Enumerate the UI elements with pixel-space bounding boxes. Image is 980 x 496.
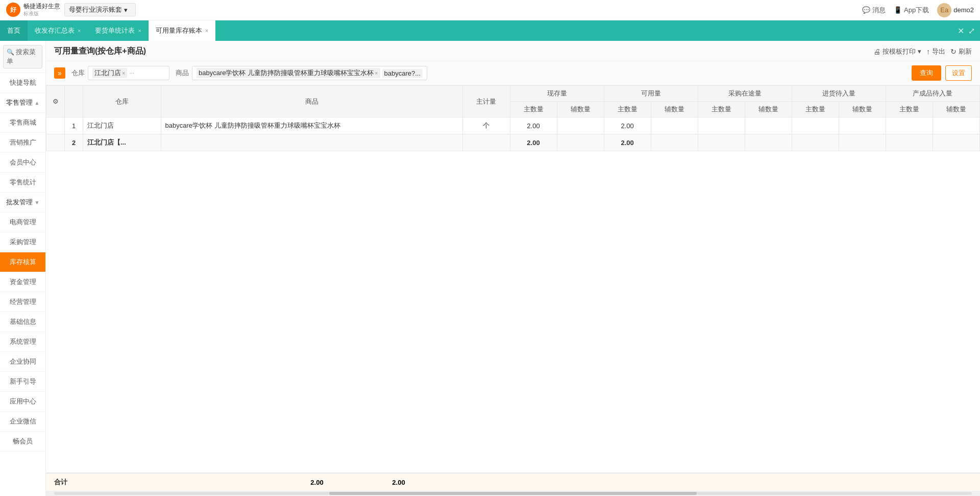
row1-production-main [886,117,933,134]
row2-available-aux [651,134,698,151]
app-download-button[interactable]: 📱 App下载 [894,6,929,15]
warehouse-filter-input[interactable]: 江北门店 × ··· [88,66,169,80]
sidebar-item-marketing[interactable]: 营销推广 [0,133,45,153]
sidebar-item-newbie[interactable]: 新手引导 [0,372,45,392]
print-button[interactable]: 🖨 按模板打印 ▾ [873,47,921,56]
row1-purchase-main [698,117,745,134]
sidebar-item-member[interactable]: 会员中心 [0,153,45,173]
warehouse-tag-value: 江北门店 [94,68,121,78]
warehouse-more-btn[interactable]: ··· [129,69,134,77]
top-bar: 好 畅捷通好生意 标准版 母婴行业演示账套 ▾ 💬 消息 📱 App下载 Ea … [0,0,980,20]
footer-values: 2.00 2.00 [133,479,972,486]
row1-current-main: 2.00 [510,117,557,134]
sidebar-search-area: 🔍 搜索菜单 [0,41,45,73]
tab-order-stats-label: 要货单统计表 [95,26,135,35]
refresh-button[interactable]: ↻ 刷新 [950,47,972,56]
th-current-aux: 辅数量 [557,102,604,117]
row2-available-main: 2.00 [604,134,651,151]
filter-expand-button[interactable]: » [54,67,65,79]
tab-available-inventory-close[interactable]: × [205,28,208,34]
row1-unit: 个 [463,117,510,134]
sidebar-item-enterprise[interactable]: 企业协同 [0,352,45,372]
sidebar-item-app-center[interactable]: 应用中心 [0,392,45,412]
sidebar-item-wechat[interactable]: 企业微信 [0,412,45,432]
tab-home[interactable]: 首页 [0,20,28,41]
print-dropdown-icon: ▾ [918,48,921,55]
logo-text-block: 畅捷通好生意 标准版 [23,3,60,17]
print-icon: 🖨 [873,48,880,56]
table-header-group-row: ⚙ 仓库 商品 主计量 现存量 [46,86,980,102]
sidebar-item-operations[interactable]: 经营管理 [0,292,45,312]
footer-available-main: 2.00 [378,479,419,486]
row1-product: babycare学饮杯 儿童防摔防撞吸管杯重力球吸嘴杯宝宝水杯 [161,117,463,134]
footer-label: 合计 [54,478,133,487]
scroll-thumb[interactable] [329,492,696,495]
sidebar-item-finance[interactable]: 资金管理 [0,272,45,292]
store-selector[interactable]: 母婴行业演示账套 ▾ [64,3,136,16]
th-inbound-main: 主数量 [792,102,839,117]
logo-sub: 标准版 [23,10,60,17]
tab-home-label: 首页 [7,26,20,35]
sidebar-item-purchase[interactable]: 采购管理 [0,232,45,252]
tab-receipt-summary-close[interactable]: × [78,28,81,34]
sidebar-item-purchase-label: 采购管理 [10,238,36,246]
product-tag-2-value: babycare?... [384,69,421,77]
sidebar-item-retail-mgmt-label: 零售管理 [6,98,33,107]
store-name: 母婴行业演示账套 [69,5,122,14]
user-profile[interactable]: Ea demo2 [937,3,974,17]
tab-receipt-summary[interactable]: 收发存汇总表 × [28,20,88,41]
query-button[interactable]: 查询 [912,65,941,81]
warehouse-filter-label: 仓库 [71,68,85,78]
sidebar-item-ecommerce-label: 电商管理 [10,218,36,226]
sidebar-search-button[interactable]: 🔍 搜索菜单 [3,45,42,68]
row2-product [161,134,463,151]
tab-order-stats[interactable]: 要货单统计表 × [88,20,148,41]
warehouse-tag-delete[interactable]: × [122,70,125,76]
wholesale-mgmt-arrow: ▼ [35,200,40,205]
sidebar-item-ecommerce[interactable]: 电商管理 [0,212,45,232]
sidebar-item-system[interactable]: 系统管理 [0,332,45,352]
tab-receipt-summary-label: 收发存汇总表 [35,26,75,35]
tab-order-stats-close[interactable]: × [138,28,141,34]
th-available: 可用量 [604,86,698,102]
nav-close-btn[interactable]: ✕ [958,26,964,36]
row2-production-main [886,134,933,151]
main-layout: 🔍 搜索菜单 快捷导航 零售管理 ▲ 零售商城 营销推广 会员中心 零售统计 批… [0,41,980,496]
warehouse-filter-group: 仓库 江北门店 × ··· [71,66,169,80]
retail-mgmt-arrow: ▲ [35,100,40,106]
refresh-label: 刷新 [959,47,972,56]
page-container: 可用量查询(按仓库+商品) 🖨 按模板打印 ▾ ↑ 导出 ↻ 刷新 [46,41,980,496]
sidebar-item-member2[interactable]: 畅会员 [0,432,45,452]
row1-current-aux [557,117,604,134]
product-tag-1-delete[interactable]: × [375,70,378,76]
row1-checkbox [46,117,65,134]
sidebar-item-inventory[interactable]: 库存核算 [0,252,45,272]
sidebar-item-app-center-label: 应用中心 [10,397,36,405]
sidebar-item-operations-label: 经营管理 [10,298,36,305]
th-inbound-pending: 进货待入量 [792,86,886,102]
export-button[interactable]: ↑ 导出 [926,47,945,56]
sidebar-item-quick-nav[interactable]: 快捷导航 [0,73,45,93]
row1-available-main: 2.00 [604,117,651,134]
row2-no: 2 [65,134,83,151]
sidebar-item-retail-mall[interactable]: 零售商城 [0,113,45,133]
app-icon: 📱 [894,6,902,14]
nav-actions: ✕ ⤢ [958,26,980,36]
row2-production-aux [933,134,979,151]
sidebar-item-retail-mgmt[interactable]: 零售管理 ▲ [0,93,45,113]
table-footer: 合计 2.00 2.00 [46,473,980,491]
horizontal-scrollbar[interactable] [46,491,980,496]
sidebar-item-retail-stats[interactable]: 零售统计 [0,173,45,193]
sidebar-item-basic-info[interactable]: 基础信息 [0,312,45,332]
row1-inbound-aux [839,117,886,134]
sidebar-item-wholesale-mgmt[interactable]: 批发管理 ▼ [0,193,45,212]
message-button[interactable]: 💬 消息 [862,6,886,15]
row1-available-aux [651,117,698,134]
product-filter-input[interactable]: babycare学饮杯 儿童防摔防撞吸管杯重力球吸嘴杯宝宝水杯 × babyca… [192,66,427,80]
tab-available-inventory[interactable]: 可用量库存账本 × [149,20,215,41]
nav-expand-btn[interactable]: ⤢ [968,26,975,36]
row1-production-aux [933,117,979,134]
inventory-table: ⚙ 仓库 商品 主计量 现存量 [46,85,980,151]
settings-button[interactable]: 设置 [945,65,972,81]
product-tag-1-value: babycare学饮杯 儿童防摔防撞吸管杯重力球吸嘴杯宝宝水杯 [199,68,374,78]
